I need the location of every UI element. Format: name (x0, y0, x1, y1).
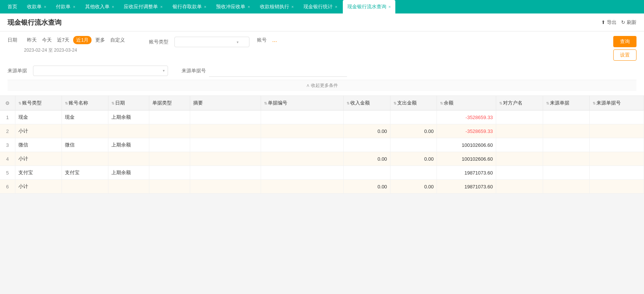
nav-item-home[interactable]: 首页 (3, 0, 22, 13)
row-num: 2 (0, 124, 15, 138)
th-account-type[interactable]: ⇅账号类型 (15, 96, 62, 110)
row-doc-type (149, 166, 190, 180)
date-btn-custom[interactable]: 自定义 (109, 36, 126, 44)
row-balance: 19871073.60 (437, 180, 496, 194)
row-counterparty (496, 166, 543, 180)
close-icon[interactable]: × (73, 4, 75, 9)
th-date[interactable]: ⇅日期 (108, 96, 149, 110)
row-date: 上期余额 (108, 138, 149, 152)
nav-item-verify[interactable]: 收款核销执行 × (255, 0, 298, 13)
th-summary: 摘要 (190, 96, 261, 110)
row-doc-type (149, 110, 190, 124)
row-balance: -3528659.33 (437, 124, 496, 138)
th-source-doc[interactable]: ⇅来源单据 (543, 96, 589, 110)
th-balance[interactable]: ⇅余额 (437, 96, 496, 110)
close-icon[interactable]: × (160, 4, 162, 9)
account-type-select[interactable]: ▾ (174, 37, 249, 47)
nav-item-bank-stats[interactable]: 现金银行统计 × (299, 0, 342, 13)
date-btn-yesterday[interactable]: 昨天 (26, 36, 38, 44)
row-account-type: 小计 (15, 180, 62, 194)
date-range-text: 2023-02-24 至 2023-03-24 (24, 47, 126, 54)
nav-item-payments[interactable]: 付款单 × (51, 0, 80, 13)
row-account-type: 支付宝 (15, 166, 62, 180)
table-header-row: ⚙ ⇅账号类型 ⇅账号名称 ⇅日期 单据类型 摘要 ⇅单据编号 ⇅收入金额 ⇅支… (0, 96, 644, 110)
row-source-doc (543, 138, 589, 152)
source-doc-select[interactable]: ▾ (33, 66, 168, 76)
close-icon[interactable]: × (389, 4, 391, 9)
th-source-doc-no[interactable]: ⇅来源单据号 (590, 96, 644, 110)
row-expense (390, 110, 437, 124)
nav-item-adjustment[interactable]: 应收应付调整单 × (119, 0, 167, 13)
account-dots-button[interactable]: ... (270, 37, 278, 43)
row-source-doc (543, 180, 589, 194)
row-balance: 100102606.60 (437, 138, 496, 152)
row-doc-no (261, 152, 344, 166)
date-btn-7days[interactable]: 近7天 (56, 36, 71, 44)
export-button[interactable]: ⬆ 导出 (601, 19, 617, 26)
row-income (344, 166, 390, 180)
row-account-name (62, 152, 108, 166)
source-doc-label: 来源单据 (8, 67, 30, 74)
page-header: 现金银行流水查询 ⬆ 导出 ↻ 刷新 (0, 13, 644, 31)
close-icon[interactable]: × (291, 4, 294, 9)
nav-item-other-income[interactable]: 其他收入单 × (81, 0, 119, 13)
th-income[interactable]: ⇅收入金额 (344, 96, 390, 110)
nav-item-advance[interactable]: 预收冲应收单 × (212, 0, 254, 13)
row-source-doc-no (590, 180, 644, 194)
table-row: 1 现金 现金 上期余额 -3528659.33 (0, 110, 644, 124)
close-icon[interactable]: × (44, 4, 46, 9)
close-icon[interactable]: × (112, 4, 114, 9)
row-summary (190, 138, 261, 152)
th-doc-no[interactable]: ⇅单据编号 (261, 96, 344, 110)
row-summary (190, 180, 261, 194)
table-body: 1 现金 现金 上期余额 -3528659.33 2 小计 0.00 0.00 … (0, 110, 644, 194)
row-summary (190, 166, 261, 180)
row-account-name (62, 180, 108, 194)
row-account-type: 现金 (15, 110, 62, 124)
row-source-doc (543, 124, 589, 138)
source-filter-row: 来源单据 ▾ 来源单据号 (8, 64, 636, 77)
row-source-doc-no (590, 152, 644, 166)
table-row: 5 支付宝 支付宝 上期余额 19871073.60 (0, 166, 644, 180)
source-doc-no-input[interactable] (210, 65, 345, 76)
row-summary (190, 152, 261, 166)
close-icon[interactable]: × (335, 4, 337, 9)
date-btn-1month[interactable]: 近1月 (73, 36, 92, 44)
th-expense[interactable]: ⇅支出金额 (390, 96, 437, 110)
close-icon[interactable]: × (248, 4, 250, 9)
row-doc-type (149, 152, 190, 166)
row-date: 上期余额 (108, 110, 149, 124)
row-doc-no (261, 138, 344, 152)
row-income: 0.00 (344, 124, 390, 138)
row-source-doc (543, 152, 589, 166)
close-icon[interactable]: × (204, 4, 206, 9)
settings-button[interactable]: 设置 (613, 49, 636, 61)
export-icon: ⬆ (601, 19, 605, 25)
nav-item-bank-deposit[interactable]: 银行存取款单 × (168, 0, 211, 13)
collapse-bar[interactable]: ∧ 收起更多条件 (8, 80, 636, 91)
row-date (108, 152, 149, 166)
row-num: 5 (0, 166, 15, 180)
chevron-down-icon: ▾ (163, 69, 165, 73)
gear-column-header[interactable]: ⚙ (0, 96, 15, 110)
row-doc-no (261, 110, 344, 124)
row-counterparty (496, 180, 543, 194)
refresh-button[interactable]: ↻ 刷新 (621, 19, 636, 26)
th-counterparty[interactable]: ⇅对方户名 (496, 96, 543, 110)
row-income (344, 138, 390, 152)
nav-item-receipts[interactable]: 收款单 × (23, 0, 51, 13)
row-doc-type (149, 138, 190, 152)
date-btn-today[interactable]: 今天 (41, 36, 53, 44)
row-source-doc-no (590, 110, 644, 124)
row-expense: 0.00 (390, 124, 437, 138)
nav-item-bank-flow[interactable]: 现金银行流水查询 × (343, 0, 395, 13)
date-btn-more[interactable]: 更多 (94, 36, 107, 44)
row-num: 1 (0, 110, 15, 124)
page-title: 现金银行流水查询 (8, 18, 62, 27)
row-account-name: 现金 (62, 110, 108, 124)
row-balance: 19871073.60 (437, 166, 496, 180)
row-num: 4 (0, 152, 15, 166)
query-button[interactable]: 查询 (613, 36, 636, 47)
row-expense: 0.00 (390, 152, 437, 166)
th-account-name[interactable]: ⇅账号名称 (62, 96, 108, 110)
